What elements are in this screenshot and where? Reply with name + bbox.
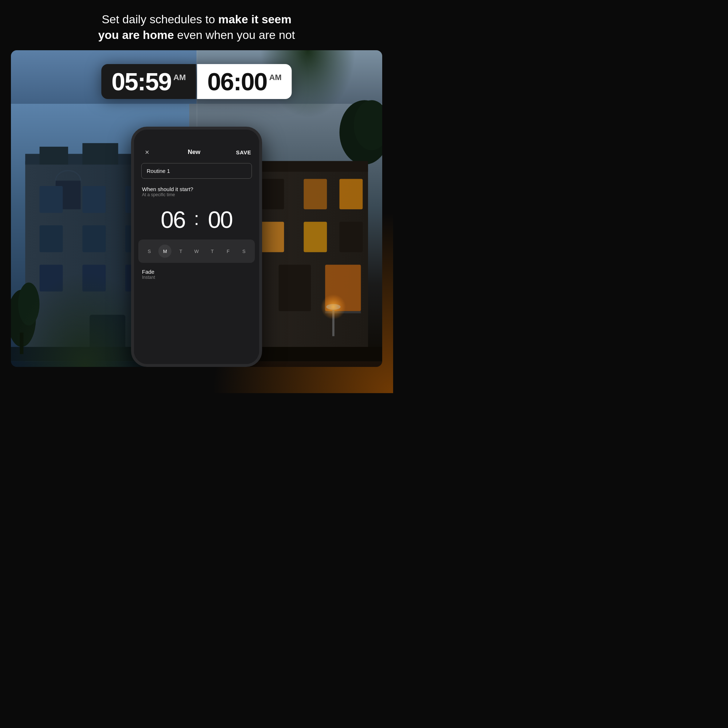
day-sun[interactable]: S bbox=[143, 245, 156, 258]
svg-rect-41 bbox=[278, 265, 310, 311]
time-left-value: 05:59 bbox=[112, 69, 171, 94]
day-mon[interactable]: M bbox=[158, 245, 171, 258]
time-left-ampm: AM bbox=[173, 73, 186, 82]
day-wed[interactable]: W bbox=[190, 245, 203, 258]
svg-rect-37 bbox=[304, 222, 327, 252]
svg-rect-4 bbox=[82, 143, 118, 165]
schedule-label: When should it start? At a specific time bbox=[134, 186, 259, 199]
svg-rect-3 bbox=[40, 147, 69, 165]
day-tue[interactable]: T bbox=[174, 245, 187, 258]
screen-title: New bbox=[188, 148, 200, 156]
svg-rect-12 bbox=[40, 225, 63, 252]
time-box-right: 06:00 AM bbox=[197, 64, 292, 99]
time-picker[interactable]: 06 : 00 bbox=[134, 199, 259, 240]
time-box-left: 05:59 AM bbox=[101, 64, 196, 99]
day-thu[interactable]: T bbox=[206, 245, 219, 258]
svg-rect-8 bbox=[40, 186, 63, 213]
time-display: 05:59 AM 06:00 AM bbox=[101, 64, 292, 99]
main-image-area: 05:59 AM 06:00 AM × New SAVE When should… bbox=[11, 50, 382, 367]
fade-sub: Instant bbox=[142, 275, 251, 280]
schedule-sub: At a specific time bbox=[142, 192, 251, 197]
phone-mockup: × New SAVE When should it start? At a sp… bbox=[131, 127, 262, 367]
headline-part1: Set daily schedules to bbox=[102, 13, 218, 26]
day-fri[interactable]: F bbox=[222, 245, 235, 258]
routine-name-input[interactable] bbox=[141, 163, 252, 179]
phone-notch bbox=[173, 130, 220, 140]
close-button[interactable]: × bbox=[142, 147, 152, 157]
time-picker-hour[interactable]: 06 bbox=[161, 208, 185, 231]
headline-bold1: make it seem bbox=[219, 13, 292, 26]
phone-topbar: × New SAVE bbox=[134, 144, 259, 163]
day-selector[interactable]: S M T W T F S bbox=[138, 240, 255, 263]
phone-screen: × New SAVE When should it start? At a sp… bbox=[134, 130, 259, 364]
fade-label: Fade bbox=[142, 269, 251, 275]
save-button[interactable]: SAVE bbox=[236, 149, 251, 155]
svg-rect-9 bbox=[82, 186, 106, 213]
time-picker-minute[interactable]: 00 bbox=[208, 208, 232, 231]
svg-rect-32 bbox=[261, 179, 284, 209]
svg-point-51 bbox=[321, 294, 346, 320]
svg-rect-33 bbox=[304, 179, 327, 209]
time-picker-colon: : bbox=[194, 208, 199, 229]
fade-section: Fade Instant bbox=[134, 263, 259, 280]
time-right-value: 06:00 bbox=[208, 69, 267, 94]
svg-rect-34 bbox=[339, 179, 362, 209]
day-sat[interactable]: S bbox=[237, 245, 251, 258]
svg-rect-13 bbox=[82, 225, 106, 252]
headline-part3: even when you are not bbox=[174, 28, 295, 41]
schedule-question: When should it start? bbox=[142, 186, 251, 192]
svg-rect-36 bbox=[261, 222, 284, 252]
time-right-ampm: AM bbox=[269, 73, 281, 82]
headline: Set daily schedules to make it seem you … bbox=[0, 0, 393, 50]
svg-rect-38 bbox=[339, 222, 362, 252]
headline-bold2: you are home bbox=[98, 28, 174, 41]
routine-input-wrap bbox=[141, 163, 252, 179]
